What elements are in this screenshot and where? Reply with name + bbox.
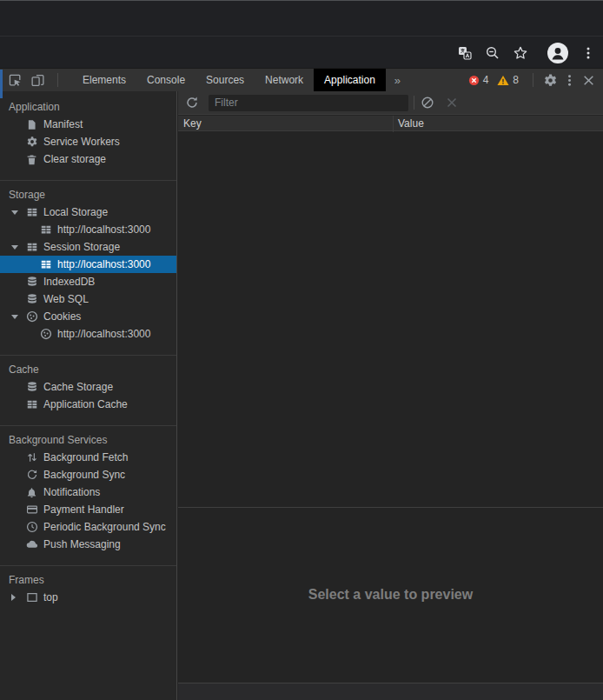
- column-header-key[interactable]: Key: [178, 116, 393, 130]
- tab-console[interactable]: Console: [136, 69, 195, 91]
- sidebar-item-label: Web SQL: [43, 293, 89, 305]
- devtools-toolbar: Elements Console Sources Network Applica…: [0, 68, 603, 91]
- section-title-storage: Storage: [0, 186, 176, 203]
- sidebar-item-local-storage[interactable]: Local Storage: [0, 203, 176, 221]
- sidebar-item-periodic-background-sync[interactable]: Periodic Background Sync: [0, 518, 176, 536]
- settings-gear-icon[interactable]: [542, 72, 558, 88]
- column-header-value[interactable]: Value: [393, 116, 603, 130]
- card-icon: [25, 503, 38, 517]
- table-icon: [39, 258, 52, 271]
- database-icon: [25, 276, 38, 289]
- sidebar-item-frame-top[interactable]: top: [0, 589, 176, 606]
- toolbar-separator: [57, 73, 58, 87]
- sidebar-item-cookies-localhost[interactable]: http://localhost:3000: [0, 325, 176, 343]
- status-strip: [178, 683, 603, 700]
- sidebar-item-clear-storage[interactable]: Clear storage: [0, 150, 176, 168]
- browser-menu-icon[interactable]: [580, 45, 596, 61]
- cookie-icon: [39, 328, 52, 341]
- sidebar-section-frames: Frames top: [0, 565, 176, 612]
- console-errors-badge[interactable]: 4: [468, 74, 489, 86]
- sidebar-item-indexeddb[interactable]: IndexedDB: [0, 273, 176, 290]
- sidebar-item-label: Clear storage: [43, 153, 106, 165]
- sidebar-item-label: Local Storage: [43, 206, 108, 218]
- fetch-arrows-icon: [25, 451, 38, 464]
- more-tabs-icon[interactable]: »: [386, 69, 409, 91]
- bell-icon: [25, 486, 38, 499]
- sync-icon: [25, 469, 38, 482]
- tab-sources[interactable]: Sources: [195, 69, 255, 91]
- sidebar-item-label: Cookies: [43, 310, 81, 323]
- file-icon: [25, 118, 38, 131]
- database-icon: [25, 381, 38, 394]
- expander-icon[interactable]: [11, 594, 25, 601]
- console-warnings-badge[interactable]: 8: [497, 74, 519, 86]
- sidebar-item-push-messaging[interactable]: Push Messaging: [0, 536, 176, 553]
- devtools-content: Application Manifest Service Workers Cle…: [0, 91, 603, 700]
- sidebar-item-service-workers[interactable]: Service Workers: [0, 133, 176, 150]
- expander-icon[interactable]: [11, 210, 25, 215]
- expander-icon[interactable]: [11, 245, 25, 250]
- device-toolbar-icon[interactable]: [30, 72, 45, 88]
- section-title-frames: Frames: [0, 571, 176, 589]
- sidebar-item-background-fetch[interactable]: Background Fetch: [0, 449, 176, 466]
- sidebar-item-local-storage-localhost[interactable]: http://localhost:3000: [0, 221, 176, 238]
- storage-table-header: Key Value: [178, 116, 603, 131]
- table-icon: [25, 206, 38, 219]
- storage-toolbar: [178, 91, 603, 115]
- toolbar-separator: [414, 96, 414, 110]
- translate-icon[interactable]: [457, 45, 473, 61]
- sidebar-item-background-sync[interactable]: Background Sync: [0, 466, 176, 483]
- sidebar-item-label: Service Workers: [43, 136, 120, 148]
- sidebar-item-label: http://localhost:3000: [57, 328, 150, 340]
- sidebar-item-cookies[interactable]: Cookies: [0, 308, 176, 325]
- zoom-out-icon[interactable]: [485, 45, 500, 61]
- close-devtools-icon[interactable]: [580, 72, 596, 88]
- clock-icon: [25, 521, 38, 534]
- sidebar-item-application-cache[interactable]: Application Cache: [0, 396, 176, 413]
- sidebar-item-cache-storage[interactable]: Cache Storage: [0, 378, 176, 396]
- frame-icon: [25, 591, 38, 604]
- filter-input[interactable]: [209, 95, 408, 111]
- sidebar-item-label: Manifest: [43, 118, 83, 130]
- sidebar-item-label: Session Storage: [43, 241, 120, 253]
- devtools-toolbar-left: [0, 69, 63, 91]
- warning-icon: [497, 75, 509, 86]
- sidebar-item-label: Push Messaging: [43, 538, 121, 550]
- devtools-menu-icon[interactable]: [561, 72, 577, 88]
- page-edge-highlight: [0, 70, 3, 98]
- sidebar-item-payment-handler[interactable]: Payment Handler: [0, 501, 176, 518]
- tab-strip: [0, 1, 603, 37]
- sidebar-item-web-sql[interactable]: Web SQL: [0, 290, 176, 308]
- tab-elements[interactable]: Elements: [72, 69, 136, 91]
- refresh-icon[interactable]: [184, 95, 200, 110]
- sidebar-item-notifications[interactable]: Notifications: [0, 483, 176, 501]
- sidebar-section-application: Application Manifest Service Workers Cle…: [0, 98, 176, 174]
- section-title-application: Application: [0, 98, 176, 116]
- storage-items-table[interactable]: [178, 132, 603, 507]
- database-icon: [25, 293, 38, 306]
- error-count: 4: [483, 74, 489, 86]
- inspect-element-icon[interactable]: [7, 72, 23, 88]
- sidebar-item-session-storage-localhost[interactable]: http://localhost:3000: [0, 256, 176, 273]
- gear-icon: [25, 136, 38, 149]
- browser-toolbar: [0, 37, 603, 68]
- sidebar-item-manifest[interactable]: Manifest: [0, 116, 176, 133]
- trash-icon: [25, 153, 38, 166]
- devtools-toolbar-right: 4 8: [468, 69, 603, 91]
- tab-network[interactable]: Network: [255, 69, 314, 91]
- cloud-icon: [25, 538, 38, 551]
- profile-avatar[interactable]: [547, 43, 568, 63]
- sidebar-item-label: Periodic Background Sync: [43, 521, 166, 533]
- devtools-tabs: Elements Console Sources Network Applica…: [72, 69, 409, 91]
- cookie-icon: [25, 310, 38, 323]
- table-icon: [25, 398, 38, 411]
- clear-all-icon[interactable]: [420, 95, 435, 110]
- bookmark-star-icon[interactable]: [513, 45, 528, 61]
- sidebar-item-session-storage[interactable]: Session Storage: [0, 238, 176, 256]
- sidebar-item-label: Application Cache: [43, 398, 128, 410]
- tab-application[interactable]: Application: [314, 69, 386, 91]
- delete-selected-icon[interactable]: [444, 95, 460, 110]
- sidebar-item-label: Payment Handler: [43, 503, 124, 516]
- section-title-cache: Cache: [0, 361, 176, 378]
- expander-icon[interactable]: [11, 315, 25, 319]
